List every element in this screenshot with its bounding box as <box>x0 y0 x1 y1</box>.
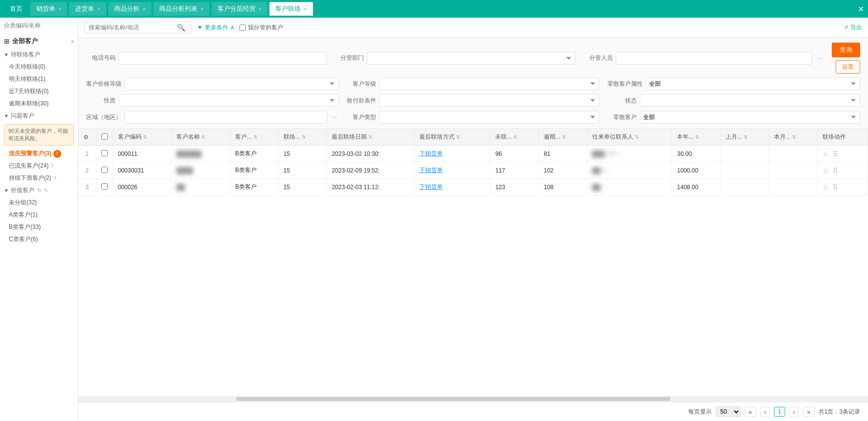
sidebar-collapse-btn[interactable]: « <box>71 38 74 44</box>
warning-badge: ! <box>53 150 61 158</box>
horizontal-scrollbar[interactable] <box>78 396 868 402</box>
tab-home[interactable]: 首页 <box>4 2 28 16</box>
col-settings[interactable]: ⚙ <box>78 129 96 146</box>
sidebar-search-input[interactable] <box>4 22 77 29</box>
first-page-btn[interactable]: « <box>745 407 756 417</box>
more-conditions-btn[interactable]: ▼ 更多条件 ∧ <box>197 24 235 32</box>
section-problem-title[interactable]: ▼ 问题客户 <box>0 110 78 122</box>
customer-tier-label: 客户等级 <box>347 80 376 88</box>
sort-type-icon[interactable]: ⇅ <box>253 134 257 140</box>
row-checkbox[interactable] <box>101 167 108 173</box>
next-page-btn[interactable]: › <box>789 407 799 417</box>
more-action-icon[interactable]: ⠿ <box>833 183 838 191</box>
section-pending-title[interactable]: ▼ 待联络客户 <box>0 49 78 61</box>
sort-unit-icon[interactable]: ⇅ <box>635 134 639 140</box>
sort-contacts-icon[interactable]: ⇅ <box>302 134 306 140</box>
region-input[interactable] <box>124 111 327 124</box>
close-window-btn[interactable]: ✕ <box>858 4 864 14</box>
retail-select[interactable]: 全部 <box>640 111 860 124</box>
retail-attr-select[interactable]: 全部 <box>646 77 860 90</box>
close-tab-sales[interactable]: × <box>58 6 61 12</box>
query-button[interactable]: 查询 <box>832 43 860 57</box>
row-checkbox[interactable] <box>101 183 108 190</box>
sidebar-item-tomorrow[interactable]: 明天待联络(1) <box>0 73 78 85</box>
row-this-month <box>769 179 817 196</box>
dept-select[interactable] <box>367 52 575 65</box>
sort-nocontact-icon[interactable]: ⇅ <box>513 134 517 140</box>
price-tier-select[interactable] <box>124 77 339 90</box>
sort-overdue-icon[interactable]: ⇅ <box>562 134 566 140</box>
sort-code-icon[interactable]: ⇅ <box>143 134 147 140</box>
sidebar-item-c-class[interactable]: C类客户(6) <box>0 233 78 246</box>
settings-button[interactable]: 设置 <box>836 60 860 74</box>
sidebar-item-today[interactable]: 今天待联络(0) <box>0 61 78 73</box>
select-all-checkbox[interactable] <box>101 133 108 140</box>
sort-name-icon[interactable]: ⇅ <box>201 134 205 140</box>
sidebar-item-unsorted[interactable]: 未分组(32) <box>0 197 78 209</box>
tab-sales[interactable]: 销货单 × <box>30 2 67 16</box>
col-this-month: 本月... ⇅ <box>769 129 817 146</box>
section-valued-title[interactable]: ▼ 价值客户 ↻ ✎ <box>0 184 78 197</box>
more-action-icon[interactable]: ⠿ <box>833 150 838 158</box>
close-tab-customer-tier[interactable]: × <box>259 6 262 12</box>
contact-icon[interactable]: ☆ <box>822 183 829 191</box>
my-customers-checkbox[interactable] <box>240 25 246 31</box>
last-page-btn[interactable]: » <box>803 407 814 417</box>
sidebar-item-at-risk[interactable]: 流失预警客户(3) ! <box>0 148 78 160</box>
my-customers-checkbox-label[interactable]: 我分管的客户 <box>240 24 283 32</box>
row-this-month <box>769 146 817 162</box>
sort-method-icon[interactable]: ⇅ <box>456 134 460 140</box>
row-name: ██ <box>171 179 230 196</box>
payment-select[interactable] <box>379 94 600 107</box>
sort-thisyear-icon[interactable]: ⇅ <box>695 134 699 140</box>
search-submit-icon[interactable]: 🔍 <box>177 24 185 31</box>
filter-price-tier: 客户价格等级 <box>86 77 339 90</box>
row-num: 2 <box>78 162 96 179</box>
sidebar-item-a-class[interactable]: A类客户(1) <box>0 209 78 221</box>
tab-customer-tier[interactable]: 客户分层经营 × <box>212 2 267 16</box>
row-name: ████ <box>171 162 230 179</box>
customer-tier-select[interactable] <box>379 77 600 90</box>
sidebar-item-7days[interactable]: 近7天待联络(0) <box>0 85 78 98</box>
payment-label: 收付款条件 <box>347 97 376 105</box>
grid-icon: ⊞ <box>4 38 9 45</box>
tab-product-analysis[interactable]: 商品分析 × <box>108 2 151 16</box>
more-action-icon[interactable]: ⠿ <box>833 167 838 174</box>
tab-product-analysis-list[interactable]: 商品分析列表 × <box>153 2 209 16</box>
person-input[interactable] <box>616 52 812 65</box>
contact-icon[interactable]: ☆ <box>822 167 829 174</box>
sort-lastmonth-icon[interactable]: ⇅ <box>744 134 747 140</box>
sidebar-item-declining[interactable]: 持续下滑客户(2) ? <box>0 172 78 184</box>
close-tab-purchase[interactable]: × <box>97 6 100 12</box>
sort-thismonth-icon[interactable]: ⇅ <box>792 134 796 140</box>
edit-icon[interactable]: ✎ <box>44 187 48 194</box>
filter-row-1: 电话号码 分管部门 分管人员 ··· 查询 设置 <box>86 43 860 74</box>
sidebar-item-overdue-contact[interactable]: 逾期未联络(30) <box>0 98 78 110</box>
close-tab-product-analysis-list[interactable]: × <box>200 6 203 12</box>
person-more-btn[interactable]: ··· <box>815 55 824 62</box>
contact-icon[interactable]: ☆ <box>822 150 829 158</box>
sidebar-item-b-class[interactable]: B类客户(33) <box>0 221 78 233</box>
status-select[interactable] <box>640 94 860 107</box>
tab-purchase[interactable]: 进货单 × <box>69 2 106 16</box>
scrollbar-thumb[interactable] <box>236 397 671 401</box>
search-input[interactable] <box>89 24 177 31</box>
close-tab-product-analysis[interactable]: × <box>143 6 145 12</box>
sort-date-icon[interactable]: ⇅ <box>368 134 372 140</box>
export-btn[interactable]: ↗ 导出 <box>844 24 862 32</box>
prev-page-btn[interactable]: ‹ <box>760 407 770 417</box>
row-checkbox[interactable] <box>101 150 108 156</box>
customer-type-select[interactable] <box>379 111 600 124</box>
refresh-icon[interactable]: ↻ <box>37 187 42 194</box>
tab-customer-contact[interactable]: 客户联络 × <box>269 2 313 16</box>
region-more-btn[interactable]: ··· <box>330 114 339 121</box>
sidebar-item-lost[interactable]: 已流失客户(24) ? <box>0 160 78 172</box>
settings-col-icon[interactable]: ⚙ <box>83 134 89 141</box>
close-tab-customer-contact[interactable]: × <box>304 6 307 12</box>
nature-select[interactable] <box>119 94 339 107</box>
content-area: 🔍 ▼ 更多条件 ∧ 我分管的客户 ↗ 导出 电话号码 <box>78 18 868 421</box>
col-overdue: 逾期... ⇅ <box>539 129 587 146</box>
per-page-select[interactable]: 50 100 <box>716 406 741 417</box>
all-customers-header[interactable]: ⊞ 全部客户 « <box>0 34 78 49</box>
phone-input[interactable] <box>119 52 327 65</box>
